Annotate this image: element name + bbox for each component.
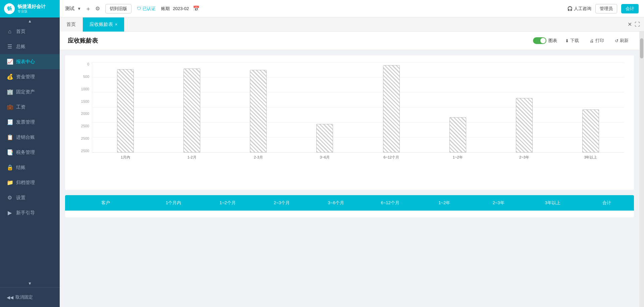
close-tab-action-icon[interactable]: ✕ <box>628 21 632 28</box>
sidebar-item-guide[interactable]: ▶ 新手引导 <box>0 205 60 220</box>
table-container: 客户 1个月内 1~2个月 2~3个月 3~6个月 6~12个月 1~2年 2~… <box>65 195 634 217</box>
toggle-track[interactable] <box>533 37 546 44</box>
th-3plus-years: 3年以上 <box>526 195 580 211</box>
bar-6-12months <box>383 65 400 152</box>
sidebar-nav: ⌂ 首页 ☰ 总账 📈 报表中心 💰 资金管理 🏢 固定资产 💼 工资 🧾 发票… <box>0 24 60 280</box>
expand-tab-action-icon[interactable]: ⛶ <box>635 21 640 28</box>
scroll-down-arrow[interactable]: ▼ <box>28 281 32 286</box>
sidebar-item-assets[interactable]: 🏢 固定资产 <box>0 84 60 99</box>
sidebar-item-label: 归档管理 <box>16 180 35 186</box>
trade-icon: 📋 <box>7 134 13 140</box>
shield-icon: 🛡 <box>137 6 141 11</box>
consult-button[interactable]: 🎧 人工咨询 <box>567 6 591 12</box>
chart-container: 2500 2500 2500 2000 1500 1000 500 0 <box>65 55 634 190</box>
sidebar-bottom: ◀◀ 取消固定 <box>0 287 60 307</box>
certified-badge: 🛡 已认证 <box>137 6 156 12</box>
assets-icon: 🏢 <box>7 89 13 95</box>
accountant-role-button[interactable]: 会计 <box>621 4 639 13</box>
bar-label-3plus-years: 3年以上 <box>584 155 597 160</box>
company-settings-icon[interactable]: ⚙ <box>95 5 100 12</box>
tab-home[interactable]: 首页 <box>60 17 83 32</box>
y-label-2500b: 2500 <box>75 149 92 153</box>
bar-label-3-6months: 3~6月 <box>320 155 330 160</box>
y-label-2500c: 2500 <box>75 124 92 128</box>
sidebar-item-settings[interactable]: ⚙ 设置 <box>0 190 60 205</box>
chart-y-axis: 2500 2500 2500 2000 1500 1000 500 0 <box>75 62 92 153</box>
bar-group-6-12months: 6~12个月 <box>383 65 400 152</box>
sidebar-item-ledger[interactable]: ☰ 总账 <box>0 39 60 54</box>
th-6-12months: 6~12个月 <box>363 195 417 211</box>
sidebar-item-wages[interactable]: 💼 工资 <box>0 99 60 115</box>
y-label-2500a: 2500 <box>75 136 92 140</box>
bar-3plus-years <box>582 109 599 152</box>
sidebar-item-label: 新手引导 <box>16 210 35 216</box>
scroll-up-arrow[interactable]: ▲ <box>28 19 32 24</box>
gridline-5 <box>92 137 624 137</box>
sidebar-item-trade[interactable]: 📋 进销台账 <box>0 130 60 145</box>
archive-icon: 📁 <box>7 179 13 186</box>
bar-label-2-3months: 2-3月 <box>254 155 263 160</box>
refresh-button[interactable]: ↺ 刷新 <box>612 36 631 45</box>
app-name: 畅捷通好会计 <box>17 4 46 9</box>
tabbar: 首页 应收账龄表 × ✕ ⛶ <box>60 17 644 32</box>
main-area: 测试 ▼ ＋ ⚙ 切到旧版 🛡 已认证 账期 2023-02 📅 🎧 人工咨询 … <box>60 0 644 307</box>
sidebar-item-label: 报表中心 <box>16 59 35 65</box>
table-header: 客户 1个月内 1~2个月 2~3个月 3~6个月 6~12个月 1~2年 2~… <box>65 195 634 211</box>
sidebar-item-reports[interactable]: 📈 报表中心 <box>0 54 60 69</box>
gridline-1 <box>92 77 624 78</box>
print-button[interactable]: 🖨 打印 <box>587 36 607 45</box>
scrollbar-thumb[interactable] <box>640 38 643 58</box>
switch-version-button[interactable]: 切到旧版 <box>105 4 131 13</box>
content-scroll: 应收账龄表 图表 ⬇ 下载 🖨 打印 <box>60 32 639 307</box>
home-icon: ⌂ <box>7 29 13 35</box>
tax-icon: 📑 <box>7 149 13 156</box>
sidebar-item-label: 设置 <box>16 195 25 201</box>
page-actions: 图表 ⬇ 下载 🖨 打印 ↺ 刷新 <box>533 36 631 45</box>
cancel-fixed-button[interactable]: ◀◀ 取消固定 <box>0 291 60 304</box>
bar-label-1-2months: 1-2月 <box>187 155 197 160</box>
add-company-button[interactable]: ＋ <box>85 5 91 13</box>
company-dropdown-icon[interactable]: ▼ <box>77 6 81 11</box>
sidebar-item-tax[interactable]: 📑 税务管理 <box>0 145 60 160</box>
toggle-thumb <box>540 38 546 43</box>
chart-toggle-label: 图表 <box>548 38 557 44</box>
sidebar-item-label: 结账 <box>16 165 25 171</box>
company-name: 测试 <box>65 6 74 12</box>
funds-icon: 💰 <box>7 74 13 80</box>
bar-1-2months <box>183 69 200 152</box>
download-button[interactable]: ⬇ 下载 <box>562 36 582 45</box>
y-label-500: 500 <box>75 75 92 79</box>
gridline-2 <box>92 92 624 92</box>
period-label: 账期 2023-02 <box>161 6 189 12</box>
tab-accounts-aging[interactable]: 应收账龄表 × <box>83 17 124 32</box>
sidebar-item-funds[interactable]: 💰 资金管理 <box>0 69 60 84</box>
bar-group-1-2years: 1~2年 <box>449 117 466 152</box>
manager-role-button[interactable]: 管理员 <box>595 4 617 13</box>
sidebar: 畅 畅捷通好会计 专业版 ▲ ⌂ 首页 ☰ 总账 📈 报表中心 💰 资金管理 🏢… <box>0 0 60 307</box>
bar-chart: 2500 2500 2500 2000 1500 1000 500 0 <box>75 62 624 163</box>
sidebar-item-close[interactable]: 🔒 结账 <box>0 160 60 175</box>
chart-toggle[interactable]: 图表 <box>533 37 557 44</box>
sidebar-item-label: 发票管理 <box>16 119 35 125</box>
tab-actions: ✕ ⛶ <box>624 21 644 28</box>
th-1-2years: 1~2年 <box>417 195 472 211</box>
bar-2-3years <box>516 98 533 152</box>
tab-close-button[interactable]: × <box>115 22 117 27</box>
sidebar-item-label: 固定资产 <box>16 89 35 95</box>
right-scrollbar[interactable] <box>639 32 644 307</box>
gridline-top <box>92 62 624 62</box>
th-3-6months: 3~6个月 <box>309 195 363 211</box>
calendar-icon[interactable]: 📅 <box>193 5 200 12</box>
sidebar-item-label: 资金管理 <box>16 74 35 80</box>
app-edition: 专业版 <box>17 9 46 14</box>
invoices-icon: 🧾 <box>7 119 13 125</box>
topbar-right: 🎧 人工咨询 管理员 会计 <box>567 4 639 13</box>
sidebar-item-label: 工资 <box>16 104 25 110</box>
sidebar-item-invoices[interactable]: 🧾 发票管理 <box>0 115 60 130</box>
sidebar-item-home[interactable]: ⌂ 首页 <box>0 24 60 39</box>
chart-plot-area: 1月内 1-2月 2-3月 <box>92 62 624 153</box>
gridline-3 <box>92 107 624 107</box>
bar-2-3months <box>250 70 267 152</box>
logo-text-block: 畅捷通好会计 专业版 <box>17 4 46 14</box>
sidebar-item-archive[interactable]: 📁 归档管理 <box>0 175 60 190</box>
